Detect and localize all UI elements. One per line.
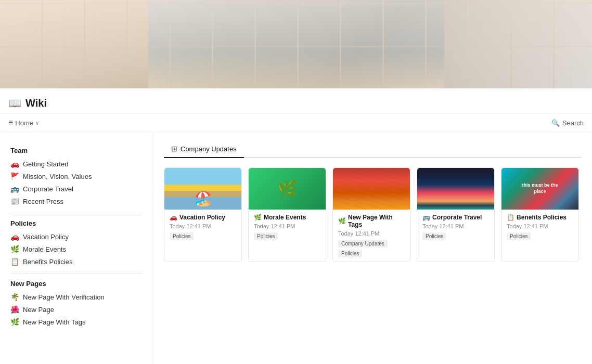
sidebar-item-label: New Page With Verification: [23, 293, 105, 301]
card-date: Today 12:41 PM: [170, 223, 236, 229]
hero-image: [0, 0, 592, 88]
hibiscus-icon: 🌺: [10, 305, 19, 314]
sidebar-item-new-page-verification[interactable]: 🌴 New Page With Verification: [6, 291, 147, 303]
card-image-morale: 🌿: [249, 168, 326, 210]
clipboard2-icon: 📋: [507, 214, 514, 221]
sidebar-item-label: Benefits Policies: [23, 258, 72, 266]
section-policies-title: Policies: [6, 219, 147, 227]
sidebar-item-benefits[interactable]: 📋 Benefits Policies: [6, 255, 147, 268]
tag: Policies: [170, 232, 194, 240]
sidebar-item-label: New Page: [23, 306, 54, 314]
sidebar-item-label: Getting Started: [23, 160, 68, 168]
card-date: Today 12:41 PM: [254, 223, 320, 229]
card-body: 🚌 Corporate Travel Today 12:41 PM Polici…: [417, 210, 494, 244]
tab-company-updates[interactable]: ⊞ Company Updates: [164, 140, 244, 158]
card-tags: Policies: [170, 232, 236, 240]
tag-company-updates: Company Updates: [338, 240, 388, 248]
herb-icon: 🌿: [10, 318, 19, 326]
wiki-header: 📖 Wiki: [0, 88, 592, 114]
divider-1: [10, 213, 143, 213]
card-title: 🌿 New Page With Tags: [338, 214, 405, 228]
bus-icon: 🚌: [10, 185, 19, 193]
sidebar-item-new-page[interactable]: 🌺 New Page: [6, 303, 147, 316]
search-label: Search: [562, 119, 584, 127]
sidebar-item-recent-press[interactable]: 📰 Recent Press: [6, 195, 147, 207]
card-title: 🚗 Vacation Policy: [170, 214, 236, 221]
card-corporate-travel[interactable]: 🚌 Corporate Travel Today 12:41 PM Polici…: [417, 167, 495, 262]
card-title: 🌿 Morale Events: [254, 214, 320, 221]
search-button[interactable]: 🔍 Search: [551, 119, 584, 127]
card-date: Today 12:41 PM: [338, 230, 405, 237]
card-vacation-policy[interactable]: 🚗 Vacation Policy Today 12:41 PM Policie…: [164, 167, 242, 262]
sidebar-item-mission[interactable]: 🚩 Mission, Vision, Values: [6, 170, 147, 183]
card-tags: Policies: [254, 232, 320, 240]
section-new-pages-title: New Pages: [6, 280, 147, 288]
sidebar: Team 🚗 Getting Started 🚩 Mission, Vision…: [0, 132, 153, 364]
card-image-place: [501, 168, 578, 210]
sidebar-item-new-page-tags[interactable]: 🌿 New Page With Tags: [6, 316, 147, 328]
car3-icon: 🚗: [170, 214, 177, 221]
wiki-icon: 📖: [8, 97, 21, 109]
palm-icon: 🌴: [10, 293, 19, 301]
breadcrumb-home[interactable]: Home: [15, 119, 33, 127]
card-image-sunset: [417, 168, 494, 210]
car2-icon: 🚗: [10, 232, 19, 241]
cards-grid: 🚗 Vacation Policy Today 12:41 PM Policie…: [164, 167, 582, 262]
sidebar-item-label: New Page With Tags: [23, 318, 85, 326]
sidebar-item-label: Mission, Vision, Values: [23, 173, 92, 180]
chevron-down-icon: ∨: [35, 120, 39, 126]
sidebar-item-corporate-travel[interactable]: 🚌 Corporate Travel: [6, 183, 147, 195]
card-new-page-tags[interactable]: 🌿 New Page With Tags Today 12:41 PM Comp…: [332, 167, 410, 262]
main-content: ⊞ Company Updates 🚗 Vacation Policy Toda…: [153, 132, 592, 364]
card-title: 📋 Benefits Policies: [507, 214, 573, 221]
breadcrumb-icon: ≡: [8, 118, 13, 127]
grid-icon: ⊞: [171, 145, 177, 153]
page-layout: Team 🚗 Getting Started 🚩 Mission, Vision…: [0, 132, 592, 364]
card-body: 📋 Benefits Policies Today 12:41 PM Polic…: [501, 210, 578, 244]
card-date: Today 12:41 PM: [507, 223, 573, 229]
card-image-canyon: [333, 168, 410, 210]
bus2-icon: 🚌: [422, 214, 430, 221]
sidebar-item-label: Morale Events: [23, 245, 66, 253]
card-body: 🌿 Morale Events Today 12:41 PM Policies: [249, 210, 326, 244]
car-icon: 🚗: [10, 160, 19, 168]
herb2-icon: 🌿: [338, 217, 346, 225]
sidebar-item-label: Recent Press: [23, 198, 63, 205]
wiki-title: Wiki: [25, 97, 47, 109]
sidebar-item-vacation-policy[interactable]: 🚗 Vacation Policy: [6, 230, 147, 243]
card-body: 🌿 New Page With Tags Today 12:41 PM Comp…: [333, 210, 410, 262]
tab-label: Company Updates: [181, 145, 237, 153]
flag-icon: 🚩: [10, 172, 19, 180]
sidebar-item-label: Corporate Travel: [23, 185, 73, 193]
card-image-vacation: [164, 168, 241, 210]
tag: Policies: [507, 232, 531, 240]
clipboard-icon: 📋: [10, 257, 19, 266]
card-body: 🚗 Vacation Policy Today 12:41 PM Policie…: [164, 210, 241, 244]
newspaper-icon: 📰: [10, 197, 19, 205]
card-tags: Policies: [422, 232, 489, 240]
plant2-icon: 🌿: [254, 214, 262, 221]
card-morale-events[interactable]: 🌿 🌿 Morale Events Today 12:41 PM Policie…: [248, 167, 326, 262]
tag-policies: Policies: [338, 250, 362, 257]
divider-2: [10, 273, 143, 274]
card-date: Today 12:41 PM: [422, 223, 489, 229]
plant-icon: 🌿: [10, 245, 19, 253]
section-team-title: Team: [6, 147, 147, 154]
card-tags: Policies: [507, 232, 573, 240]
card-benefits-policies[interactable]: 📋 Benefits Policies Today 12:41 PM Polic…: [501, 167, 579, 262]
sidebar-item-morale-events[interactable]: 🌿 Morale Events: [6, 243, 147, 255]
tag: Policies: [422, 232, 446, 240]
tabs: ⊞ Company Updates: [164, 140, 582, 158]
card-title: 🚌 Corporate Travel: [422, 214, 489, 221]
tag: Policies: [254, 232, 278, 240]
sidebar-item-getting-started[interactable]: 🚗 Getting Started: [6, 158, 147, 170]
search-icon: 🔍: [551, 119, 560, 127]
breadcrumb-bar: ≡ Home ∨ 🔍 Search: [0, 114, 592, 132]
card-tags: Company Updates Policies: [338, 240, 405, 257]
breadcrumb[interactable]: ≡ Home ∨: [8, 118, 39, 127]
sidebar-item-label: Vacation Policy: [23, 233, 69, 241]
